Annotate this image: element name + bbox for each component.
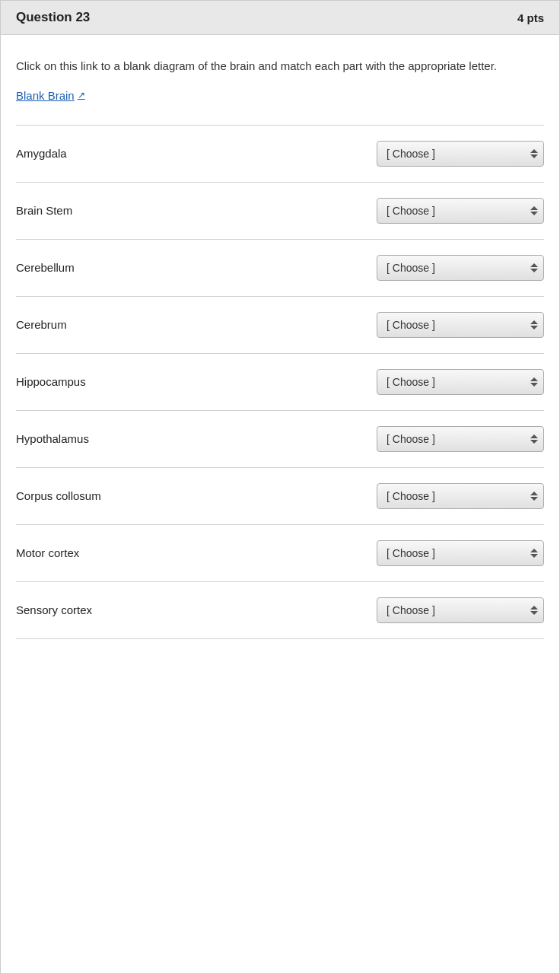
- select-wrapper: [ Choose ]ABCDEFGHI: [377, 483, 544, 509]
- page-container: Question 23 4 pts Click on this link to …: [0, 0, 560, 974]
- table-row: Cerebrum[ Choose ]ABCDEFGHI: [16, 297, 544, 354]
- choose-select[interactable]: [ Choose ]ABCDEFGHI: [377, 540, 544, 566]
- term-label: Motor cortex: [16, 546, 377, 559]
- choose-select[interactable]: [ Choose ]ABCDEFGHI: [377, 255, 544, 281]
- table-row: Cerebellum[ Choose ]ABCDEFGHI: [16, 240, 544, 297]
- choose-select[interactable]: [ Choose ]ABCDEFGHI: [377, 198, 544, 224]
- table-row: Hippocampus[ Choose ]ABCDEFGHI: [16, 354, 544, 411]
- question-body: Click on this link to a blank diagram of…: [1, 35, 559, 654]
- items-container: Amygdala[ Choose ]ABCDEFGHIBrain Stem[ C…: [16, 125, 544, 639]
- choose-select[interactable]: [ Choose ]ABCDEFGHI: [377, 426, 544, 452]
- select-wrapper: [ Choose ]ABCDEFGHI: [377, 426, 544, 452]
- choose-select[interactable]: [ Choose ]ABCDEFGHI: [377, 312, 544, 338]
- table-row: Hypothalamus[ Choose ]ABCDEFGHI: [16, 411, 544, 468]
- term-label: Amygdala: [16, 147, 377, 160]
- select-wrapper: [ Choose ]ABCDEFGHI: [377, 255, 544, 281]
- select-wrapper: [ Choose ]ABCDEFGHI: [377, 369, 544, 395]
- choose-select[interactable]: [ Choose ]ABCDEFGHI: [377, 369, 544, 395]
- choose-select[interactable]: [ Choose ]ABCDEFGHI: [377, 597, 544, 623]
- question-points: 4 pts: [517, 11, 544, 24]
- select-wrapper: [ Choose ]ABCDEFGHI: [377, 540, 544, 566]
- select-wrapper: [ Choose ]ABCDEFGHI: [377, 141, 544, 167]
- term-label: Cerebrum: [16, 318, 377, 331]
- table-row: Amygdala[ Choose ]ABCDEFGHI: [16, 126, 544, 183]
- table-row: Corpus collosum[ Choose ]ABCDEFGHI: [16, 468, 544, 525]
- table-row: Motor cortex[ Choose ]ABCDEFGHI: [16, 525, 544, 582]
- term-label: Corpus collosum: [16, 489, 377, 502]
- term-label: Sensory cortex: [16, 603, 377, 616]
- select-wrapper: [ Choose ]ABCDEFGHI: [377, 597, 544, 623]
- term-label: Hippocampus: [16, 375, 377, 388]
- blank-brain-link[interactable]: Blank Brain ↗: [16, 89, 85, 102]
- term-label: Brain Stem: [16, 204, 377, 217]
- term-label: Hypothalamus: [16, 432, 377, 445]
- table-row: Sensory cortex[ Choose ]ABCDEFGHI: [16, 582, 544, 639]
- blank-brain-link-text: Blank Brain: [16, 89, 75, 102]
- table-row: Brain Stem[ Choose ]ABCDEFGHI: [16, 183, 544, 240]
- select-wrapper: [ Choose ]ABCDEFGHI: [377, 312, 544, 338]
- select-wrapper: [ Choose ]ABCDEFGHI: [377, 198, 544, 224]
- choose-select[interactable]: [ Choose ]ABCDEFGHI: [377, 141, 544, 167]
- question-header: Question 23 4 pts: [1, 1, 559, 35]
- term-label: Cerebellum: [16, 261, 377, 274]
- question-title: Question 23: [16, 10, 90, 25]
- choose-select[interactable]: [ Choose ]ABCDEFGHI: [377, 483, 544, 509]
- instruction-text: Click on this link to a blank diagram of…: [16, 58, 544, 75]
- external-link-icon: ↗: [78, 90, 85, 100]
